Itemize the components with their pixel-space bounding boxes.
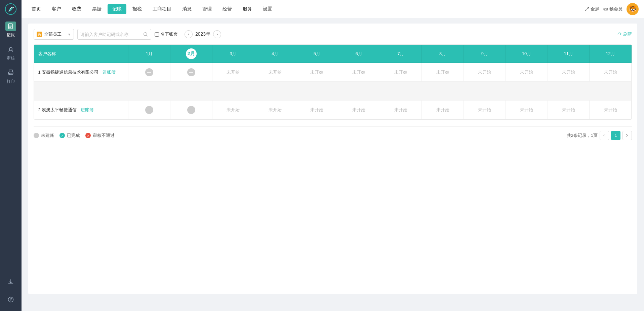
prev-year-button[interactable]: ‹ xyxy=(185,30,193,38)
search-input[interactable] xyxy=(80,32,141,37)
prev-page-button[interactable]: < xyxy=(600,131,609,140)
refresh-button[interactable]: 刷新 xyxy=(617,31,632,37)
table-cell-month-2 xyxy=(170,101,212,119)
sidebar: 记账 审核 打印 xyxy=(0,0,22,311)
col-header-dec: 12月 xyxy=(590,45,632,63)
table-cell-month-5: 未开始 xyxy=(296,63,338,82)
col-header-nov: 11月 xyxy=(548,45,590,63)
status-not-created xyxy=(145,68,153,76)
table-cell-month-1 xyxy=(128,101,170,119)
status-not-started: 未开始 xyxy=(520,107,533,112)
table-cell-month-3: 未开始 xyxy=(212,101,254,119)
table-cell-month-8: 未开始 xyxy=(422,101,464,119)
user-avatar[interactable]: 🐯 xyxy=(627,3,639,15)
sidebar-item-label-print: 打印 xyxy=(7,79,15,84)
nav-ledger[interactable]: 记账 xyxy=(108,4,126,14)
account-checkbox[interactable] xyxy=(155,32,159,37)
search-button[interactable] xyxy=(143,32,148,37)
table-cell-month-12: 未开始 xyxy=(590,63,632,82)
nav-customer[interactable]: 客户 xyxy=(47,4,66,14)
status-not-started: 未开始 xyxy=(604,107,617,112)
col-header-feb: 2月 xyxy=(170,45,212,63)
nav-manage[interactable]: 管理 xyxy=(198,4,216,14)
col-header-sep: 9月 xyxy=(464,45,506,63)
svg-point-14 xyxy=(144,33,147,36)
col-header-oct: 10月 xyxy=(506,45,548,63)
sidebar-item-print[interactable]: 打印 xyxy=(0,65,22,88)
employee-dropdown-arrow: ▼ xyxy=(68,33,71,36)
sidebar-bottom xyxy=(0,274,22,311)
employee-icon: 员 xyxy=(37,32,42,37)
table-cell-month-7: 未开始 xyxy=(380,63,422,82)
legend-dot-not-created xyxy=(34,133,39,138)
status-not-started: 未开始 xyxy=(269,107,282,112)
status-not-started: 未开始 xyxy=(562,70,575,75)
nav-billing[interactable]: 收费 xyxy=(67,4,86,14)
bottom-bar: 未建账 ✓ 已完成 ✕ 审核不通过 共2条记录，1页 < 1 > xyxy=(34,126,632,140)
legend-completed: ✓ 已完成 xyxy=(59,132,80,139)
app-logo[interactable] xyxy=(0,0,22,18)
fullscreen-icon xyxy=(585,7,589,11)
sidebar-item-help[interactable] xyxy=(0,291,22,308)
legend-label-failed: 审核不通过 xyxy=(93,132,115,139)
row-index: 1 xyxy=(38,70,41,75)
status-not-started: 未开始 xyxy=(604,70,617,75)
pagination-total: 共2条记录，1页 xyxy=(567,132,598,139)
nav-home[interactable]: 首页 xyxy=(27,4,46,14)
legend-dot-completed: ✓ xyxy=(59,133,65,138)
status-not-created xyxy=(145,106,153,114)
table-cell-month-9: 未开始 xyxy=(464,101,506,119)
status-not-started: 未开始 xyxy=(520,70,533,75)
sidebar-item-ledger[interactable]: 记账 xyxy=(0,18,22,41)
table-cell-month-10: 未开始 xyxy=(506,101,548,119)
active-month-circle: 2月 xyxy=(186,48,197,59)
nav-service[interactable]: 服务 xyxy=(238,4,257,14)
ledger-icon xyxy=(5,22,16,31)
table-cell-month-3: 未开始 xyxy=(212,63,254,82)
next-page-button[interactable]: > xyxy=(622,131,632,140)
current-page-button[interactable]: 1 xyxy=(611,131,620,140)
fullscreen-label: 全屏 xyxy=(591,6,599,12)
status-not-started: 未开始 xyxy=(478,107,491,112)
table-cell-month-10: 未开始 xyxy=(506,63,548,82)
status-not-started: 未开始 xyxy=(310,70,323,75)
year-display: 2023年 xyxy=(195,31,210,37)
svg-rect-8 xyxy=(9,73,12,75)
status-not-created xyxy=(187,106,195,114)
row-divider xyxy=(34,82,632,101)
col-header-name: 客户名称 xyxy=(34,45,128,63)
enter-ledger-link[interactable]: 进账簿 xyxy=(81,107,94,112)
table-cell-month-2 xyxy=(170,63,212,82)
table-cell-name: 1 安徽畅捷通信息技术有限公司 进账簿 xyxy=(34,63,128,82)
nav-operation[interactable]: 经营 xyxy=(218,4,237,14)
table-cell-month-8: 未开始 xyxy=(422,63,464,82)
refresh-icon xyxy=(617,32,622,37)
status-not-started: 未开始 xyxy=(436,70,449,75)
status-not-started: 未开始 xyxy=(227,107,240,112)
employee-select[interactable]: 员 全部员工 ▼ xyxy=(34,29,74,40)
nav-bizitem[interactable]: 工商项目 xyxy=(148,4,176,14)
table-cell-month-11: 未开始 xyxy=(548,63,590,82)
nav-message[interactable]: 消息 xyxy=(177,4,196,14)
nav-settings[interactable]: 设置 xyxy=(258,4,277,14)
table-cell-month-6: 未开始 xyxy=(338,63,380,82)
account-checkbox-text: 名下账套 xyxy=(160,31,178,37)
sidebar-item-audit[interactable]: 审核 xyxy=(0,41,22,65)
audit-icon xyxy=(5,45,16,54)
next-year-button[interactable]: › xyxy=(213,30,221,38)
enter-ledger-link[interactable]: 进账簿 xyxy=(103,70,116,75)
nav-invoice[interactable]: 票据 xyxy=(87,4,106,14)
status-not-created xyxy=(187,68,195,76)
status-not-started: 未开始 xyxy=(478,70,491,75)
nav-tax[interactable]: 报税 xyxy=(128,4,147,14)
account-checkbox-label[interactable]: 名下账套 xyxy=(155,31,178,37)
table-container: 客户名称 1月 2月 3月 4月 5月 6月 7月 8月 9月 xyxy=(34,44,632,120)
table-cell-month-5: 未开始 xyxy=(296,101,338,119)
sidebar-item-download[interactable] xyxy=(0,274,22,290)
fullscreen-button[interactable]: 全屏 xyxy=(585,6,599,12)
main-card: 员 全部员工 ▼ 名下账套 xyxy=(28,24,637,294)
col-header-aug: 8月 xyxy=(422,45,464,63)
sidebar-item-label-ledger: 记账 xyxy=(7,32,15,38)
vip-button[interactable]: 畅会员 xyxy=(603,6,622,12)
legend-not-created: 未建账 xyxy=(34,132,54,139)
